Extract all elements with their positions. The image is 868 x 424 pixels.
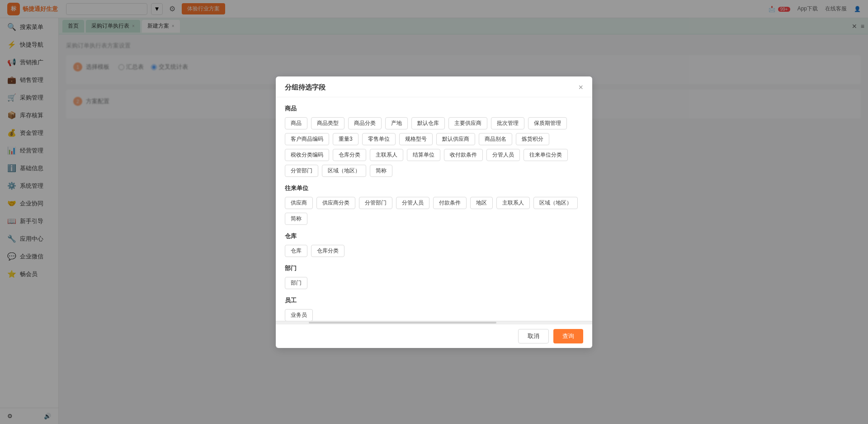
field-tag-0-4[interactable]: 默认仓库 [411,117,445,129]
field-tag-0-21[interactable]: 往来单位分类 [524,149,568,161]
field-tag-2-1[interactable]: 仓库分类 [311,245,344,257]
field-tag-0-2[interactable]: 商品分类 [348,117,382,129]
modal-overlay: 分组待选字段 × 商品商品商品类型商品分类产地默认仓库主要供应商批次管理保质期管… [0,0,868,424]
field-tag-0-18[interactable]: 结算单位 [407,149,440,161]
field-tag-0-17[interactable]: 主联系人 [370,149,403,161]
field-tag-0-13[interactable]: 商品别名 [479,133,512,145]
field-group-4: 员工业务员 [285,296,583,321]
field-tag-1-2[interactable]: 分管部门 [359,197,392,209]
modal-footer: 取消 查询 [276,324,592,348]
field-tag-0-15[interactable]: 税收分类编码 [285,149,329,161]
field-tag-0-20[interactable]: 分管人员 [486,149,520,161]
field-tag-0-16[interactable]: 仓库分类 [333,149,366,161]
field-tags-1: 供应商供应商分类分管部门分管人员付款条件地区主联系人区域（地区）简称 [285,197,583,225]
field-tag-4-0[interactable]: 业务员 [285,309,313,321]
field-group-3: 部门部门 [285,264,583,289]
field-tag-0-14[interactable]: 炼货积分 [516,133,549,145]
field-tag-0-12[interactable]: 默认供应商 [436,133,475,145]
field-tag-0-19[interactable]: 收付款条件 [444,149,483,161]
field-tag-1-3[interactable]: 分管人员 [396,197,429,209]
field-tag-0-11[interactable]: 规格型号 [399,133,433,145]
field-tag-0-9[interactable]: 重量3 [333,133,359,145]
field-group-title-3: 部门 [285,264,583,272]
field-tag-0-22[interactable]: 分管部门 [285,165,318,177]
field-tag-0-23[interactable]: 区域（地区） [322,165,366,177]
field-tag-1-0[interactable]: 供应商 [285,197,313,209]
field-tag-2-0[interactable]: 仓库 [285,245,307,257]
field-tag-0-5[interactable]: 主要供应商 [448,117,487,129]
field-group-1: 往来单位供应商供应商分类分管部门分管人员付款条件地区主联系人区域（地区）简称 [285,184,583,225]
field-tag-0-10[interactable]: 零售单位 [362,133,396,145]
field-tag-1-7[interactable]: 区域（地区） [533,197,578,209]
field-group-title-0: 商品 [285,105,583,113]
field-tag-0-6[interactable]: 批次管理 [491,117,524,129]
field-group-2: 仓库仓库仓库分类 [285,232,583,257]
field-tag-1-5[interactable]: 地区 [470,197,493,209]
field-tag-1-6[interactable]: 主联系人 [496,197,530,209]
field-tag-0-0[interactable]: 商品 [285,117,307,129]
field-tags-4: 业务员 [285,309,583,321]
modal-header: 分组待选字段 × [276,76,592,97]
modal-hscroll-thumb [309,322,496,324]
field-tag-0-8[interactable]: 客户商品编码 [285,133,329,145]
field-tag-0-7[interactable]: 保质期管理 [528,117,567,129]
field-tag-3-0[interactable]: 部门 [285,277,307,289]
field-tag-0-24[interactable]: 简称 [370,165,392,177]
field-group-title-1: 往来单位 [285,184,583,192]
field-group-title-2: 仓库 [285,232,583,240]
modal-title: 分组待选字段 [285,83,326,92]
field-group-0: 商品商品商品类型商品分类产地默认仓库主要供应商批次管理保质期管理客户商品编码重量… [285,105,583,177]
field-tags-2: 仓库仓库分类 [285,245,583,257]
field-tags-3: 部门 [285,277,583,289]
cancel-button[interactable]: 取消 [518,329,549,343]
modal-close-button[interactable]: × [578,83,583,92]
field-tag-1-8[interactable]: 简称 [285,213,307,225]
confirm-button[interactable]: 查询 [553,329,583,343]
field-tags-0: 商品商品类型商品分类产地默认仓库主要供应商批次管理保质期管理客户商品编码重量3零… [285,117,583,177]
field-tag-1-1[interactable]: 供应商分类 [316,197,355,209]
modal-body[interactable]: 商品商品商品类型商品分类产地默认仓库主要供应商批次管理保质期管理客户商品编码重量… [276,97,592,321]
field-group-title-4: 员工 [285,296,583,305]
field-tag-1-4[interactable]: 付款条件 [433,197,467,209]
field-tag-0-3[interactable]: 产地 [385,117,408,129]
field-tag-0-1[interactable]: 商品类型 [311,117,344,129]
modal-dialog: 分组待选字段 × 商品商品商品类型商品分类产地默认仓库主要供应商批次管理保质期管… [276,76,592,348]
